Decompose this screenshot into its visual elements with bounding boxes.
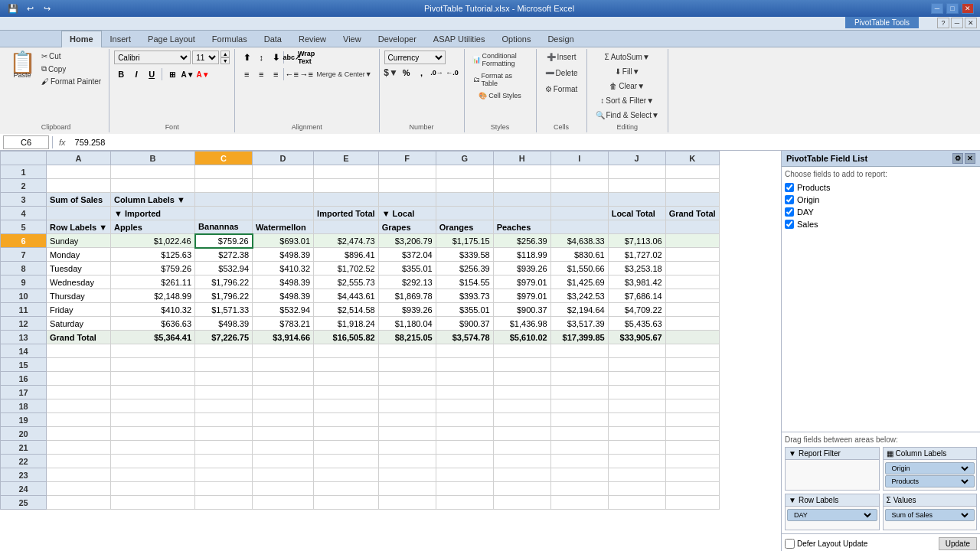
conditional-formatting-button[interactable]: 📊 Conditional Formatting bbox=[469, 51, 531, 69]
spreadsheet-cell[interactable]: $498.39 bbox=[253, 276, 314, 289]
spreadsheet-cell[interactable]: Row Labels ▼ bbox=[47, 220, 111, 234]
spreadsheet-cell[interactable]: Banannas bbox=[195, 220, 253, 234]
row-header-10[interactable]: 10 bbox=[1, 289, 47, 303]
spreadsheet-cell[interactable] bbox=[550, 482, 608, 496]
spreadsheet-cell[interactable]: $4,443.61 bbox=[314, 289, 379, 303]
spreadsheet-cell[interactable]: $532.94 bbox=[195, 262, 253, 276]
col-header-d[interactable]: D bbox=[253, 152, 314, 165]
spreadsheet-cell[interactable] bbox=[253, 496, 314, 510]
cell-styles-button[interactable]: 🎨 Cell Styles bbox=[475, 90, 524, 101]
spreadsheet-cell[interactable] bbox=[493, 455, 550, 468]
spreadsheet-cell[interactable]: $1,918.24 bbox=[314, 317, 379, 331]
spreadsheet-cell[interactable] bbox=[378, 455, 436, 468]
spreadsheet-cell[interactable] bbox=[436, 193, 493, 207]
spreadsheet-cell[interactable] bbox=[378, 482, 436, 496]
help-btn[interactable]: ? bbox=[937, 18, 949, 28]
spreadsheet-cell[interactable] bbox=[436, 455, 493, 468]
font-color-button[interactable]: A▼ bbox=[196, 67, 210, 81]
spreadsheet-cell[interactable] bbox=[608, 193, 665, 207]
spreadsheet-cell[interactable] bbox=[436, 482, 493, 496]
col-header-j[interactable]: J bbox=[608, 152, 665, 165]
spreadsheet-cell[interactable] bbox=[436, 344, 493, 358]
redo-quick-btn[interactable]: ↪ bbox=[40, 2, 54, 15]
row-header-8[interactable]: 8 bbox=[1, 262, 47, 276]
spreadsheet-cell[interactable] bbox=[665, 165, 719, 179]
spreadsheet-cell[interactable]: $979.01 bbox=[493, 276, 550, 289]
spreadsheet-cell[interactable] bbox=[111, 165, 195, 179]
spreadsheet-cell[interactable] bbox=[378, 427, 436, 441]
format-painter-button[interactable]: 🖌 Format Painter bbox=[38, 76, 104, 87]
underline-button[interactable]: U bbox=[145, 67, 158, 81]
row-header-3[interactable]: 3 bbox=[1, 193, 47, 207]
spreadsheet-cell[interactable] bbox=[111, 372, 195, 386]
spreadsheet-cell[interactable]: $3,517.39 bbox=[550, 317, 608, 331]
spreadsheet-cell[interactable] bbox=[436, 165, 493, 179]
row-header-25[interactable]: 25 bbox=[1, 496, 47, 510]
spreadsheet-cell[interactable]: Saturday bbox=[47, 317, 111, 331]
spreadsheet-cell[interactable]: Imported Total bbox=[314, 207, 379, 220]
spreadsheet-cell[interactable]: $2,474.73 bbox=[314, 234, 379, 248]
spreadsheet-cell[interactable] bbox=[47, 165, 111, 179]
spreadsheet-cell[interactable]: $636.63 bbox=[111, 317, 195, 331]
spreadsheet-cell[interactable] bbox=[47, 386, 111, 399]
spreadsheet-cell[interactable]: $292.13 bbox=[378, 276, 436, 289]
spreadsheet-cell[interactable] bbox=[493, 482, 550, 496]
save-quick-btn[interactable]: 💾 bbox=[6, 2, 20, 15]
spreadsheet-cell[interactable] bbox=[111, 344, 195, 358]
spreadsheet-cell[interactable] bbox=[608, 179, 665, 193]
spreadsheet-cell[interactable]: $33,905.67 bbox=[608, 331, 665, 344]
spreadsheet-cell[interactable]: $693.01 bbox=[253, 234, 314, 248]
spreadsheet-cell[interactable] bbox=[47, 455, 111, 468]
spreadsheet-cell[interactable] bbox=[436, 372, 493, 386]
sort-filter-button[interactable]: ↕ Sort & Filter ▼ bbox=[596, 94, 658, 107]
spreadsheet-cell[interactable] bbox=[195, 496, 253, 510]
pivot-panel-close-btn[interactable]: ✕ bbox=[965, 153, 975, 164]
spreadsheet-cell[interactable]: $1,550.66 bbox=[550, 262, 608, 276]
spreadsheet-cell[interactable]: Column Labels ▼ bbox=[111, 193, 195, 207]
spreadsheet-cell[interactable]: Apples bbox=[111, 220, 195, 234]
spreadsheet-cell[interactable] bbox=[195, 372, 253, 386]
text-direction-button[interactable]: abc↗ bbox=[285, 51, 299, 64]
spreadsheet-cell[interactable] bbox=[608, 165, 665, 179]
col-header-b[interactable]: B bbox=[111, 152, 195, 165]
spreadsheet-cell[interactable]: $2,555.73 bbox=[314, 276, 379, 289]
decimal-increase-btn[interactable]: .0→ bbox=[430, 66, 444, 80]
spreadsheet-cell[interactable] bbox=[314, 220, 379, 234]
spreadsheet-cell[interactable] bbox=[253, 344, 314, 358]
spreadsheet-cell[interactable] bbox=[665, 303, 719, 317]
spreadsheet-cell[interactable] bbox=[436, 179, 493, 193]
spreadsheet-cell[interactable] bbox=[111, 441, 195, 455]
row-header-11[interactable]: 11 bbox=[1, 303, 47, 317]
spreadsheet-cell[interactable] bbox=[665, 441, 719, 455]
align-center-button[interactable]: ≡ bbox=[254, 67, 268, 81]
spreadsheet-cell[interactable] bbox=[608, 399, 665, 413]
row-header-7[interactable]: 7 bbox=[1, 248, 47, 262]
spreadsheet-cell[interactable]: Grand Total bbox=[47, 331, 111, 344]
row-header-5[interactable]: 5 bbox=[1, 220, 47, 234]
spreadsheet-cell[interactable] bbox=[253, 441, 314, 455]
spreadsheet-cell[interactable] bbox=[608, 358, 665, 372]
spreadsheet-cell[interactable]: $355.01 bbox=[436, 303, 493, 317]
spreadsheet-cell[interactable] bbox=[550, 165, 608, 179]
spreadsheet-cell[interactable] bbox=[550, 455, 608, 468]
tab-review[interactable]: Review bbox=[290, 31, 335, 47]
row-header-12[interactable]: 12 bbox=[1, 317, 47, 331]
clear-button[interactable]: 🗑 Clear ▼ bbox=[606, 80, 648, 93]
align-top-button[interactable]: ⬆ bbox=[240, 51, 253, 64]
spreadsheet-cell[interactable]: $4,709.22 bbox=[608, 303, 665, 317]
pivot-field-products-checkbox[interactable] bbox=[785, 183, 794, 192]
defer-layout-checkbox[interactable] bbox=[785, 539, 795, 549]
spreadsheet-cell[interactable] bbox=[314, 372, 379, 386]
close-btn[interactable]: ✕ bbox=[962, 3, 974, 14]
spreadsheet-cell[interactable] bbox=[47, 482, 111, 496]
spreadsheet-cell[interactable] bbox=[314, 179, 379, 193]
spreadsheet-cell[interactable] bbox=[47, 372, 111, 386]
spreadsheet-cell[interactable]: $17,399.85 bbox=[550, 331, 608, 344]
italic-button[interactable]: I bbox=[129, 67, 143, 81]
spreadsheet-cell[interactable]: $7,226.75 bbox=[195, 331, 253, 344]
spreadsheet-cell[interactable] bbox=[314, 427, 379, 441]
spreadsheet-cell[interactable] bbox=[493, 413, 550, 427]
spreadsheet-cell[interactable] bbox=[608, 344, 665, 358]
spreadsheet-cell[interactable] bbox=[378, 165, 436, 179]
spreadsheet-cell[interactable] bbox=[195, 386, 253, 399]
